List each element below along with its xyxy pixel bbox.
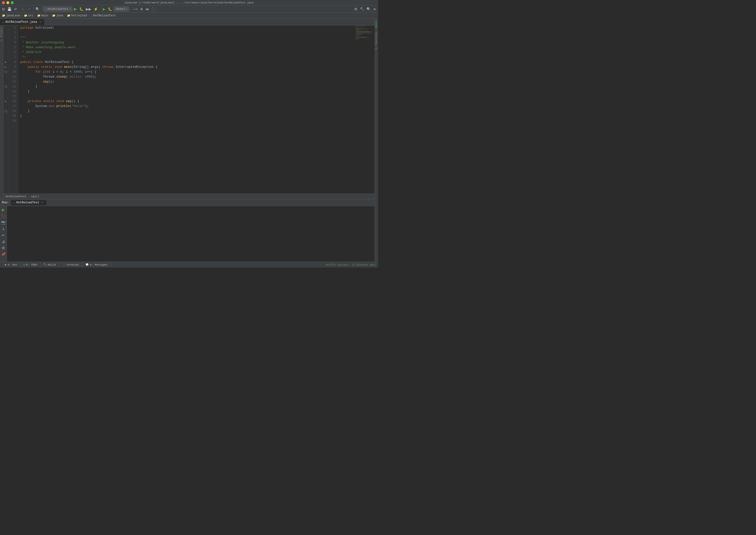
code-line-13: } [20, 84, 353, 89]
gutter-19 [3, 114, 8, 119]
bottom-tab-build[interactable]: 🔨 Build [40, 262, 59, 268]
code-editor[interactable]: package hotreload; /** * @author liuzhen… [18, 25, 355, 194]
jrebel-debug-button[interactable]: 🐛 [107, 6, 113, 12]
tab-java-icon: ☕ [2, 20, 4, 23]
run-tab-icon: ☕ [14, 201, 15, 204]
gutter-15 [3, 94, 8, 99]
run-content: ▶ ⬛ 📷 ⤓ ↵ 🖨 ⚙ 📌 [0, 206, 378, 268]
run-coverage-button[interactable]: ▶▶ [85, 6, 92, 12]
pause-button[interactable]: ⏸ [139, 6, 144, 12]
project-panel-label[interactable]: 1: Project [0, 25, 3, 43]
sync-button[interactable]: ↺ [13, 6, 18, 12]
code-line-8: public class HotReloadTest { [20, 60, 353, 65]
gutter-7 [3, 55, 8, 60]
settings-run-button[interactable]: ⚙ [1, 245, 6, 251]
status-class[interactable]: HotReloadTest [5, 195, 26, 198]
gutter-4 [3, 40, 8, 45]
tab-label: HotReloadTest.java [5, 20, 37, 24]
rerun-button[interactable]: ▶ [1, 207, 6, 212]
sep2 [33, 7, 33, 11]
use-soft-wraps-button[interactable]: ↵ [1, 233, 6, 238]
bottom-tab-todo[interactable]: ☑ 6: TODO [20, 262, 40, 268]
restore-layout-button[interactable]: 📷 [1, 220, 6, 225]
code-line-3: /** [20, 35, 353, 40]
gutter-run-9[interactable]: ▶ [3, 65, 8, 70]
build-button[interactable]: 🔨 [359, 6, 365, 12]
jrebel-dropdown[interactable]: JRebel ▾ [114, 7, 129, 12]
run-button[interactable]: ▶ [73, 6, 78, 12]
vm-options-button[interactable]: ■ [372, 6, 377, 12]
breadcrumb-java[interactable]: 📁 java [52, 14, 63, 17]
print-button[interactable]: 🖨 [1, 239, 6, 244]
gutter-run-8[interactable]: ▶ [3, 60, 8, 65]
step-over-button[interactable]: ⟶ [132, 6, 139, 12]
run-tab-close[interactable]: × [40, 201, 44, 204]
main-toolbar: ⊟ 💾 ↺ ← → 🔍 ☕ HotReloadTest ▾ ▶ 🐛 ▶▶ ⚡ ▶… [0, 5, 378, 13]
window-title: javaLean [~/Code/work/javaLean] – .../sr… [124, 1, 254, 4]
jrebel-side-label[interactable]: JRebel [375, 18, 378, 30]
breadcrumb-src[interactable]: 📁 src [24, 14, 34, 17]
favorites-side-label[interactable]: 2: Favorites [375, 30, 378, 51]
sep1 [19, 7, 19, 11]
src-icon: 📁 [24, 14, 27, 17]
run-tab-label: HotReloadTest [16, 201, 40, 204]
bottom-tab-run[interactable]: ▶ 4: Run [2, 262, 20, 268]
bottom-tab-terminal[interactable]: ⬛ Terminal [59, 262, 82, 268]
gutter-20 [3, 119, 8, 123]
breadcrumb-hotreload[interactable]: 📁 hotreload [67, 14, 87, 17]
run-panel-tabs: Run: ☕ HotReloadTest × [0, 199, 378, 206]
breadcrumb-main[interactable]: 📁 main [37, 14, 48, 17]
main-icon: 📁 [37, 14, 40, 17]
code-line-18: } [20, 109, 353, 114]
title-bar: javaLean [~/Code/work/javaLean] – .../sr… [0, 0, 378, 5]
close-button[interactable] [2, 1, 5, 4]
minimap [355, 25, 375, 194]
bottom-tab-messages[interactable]: 💬 0: Messages [82, 262, 111, 268]
code-line-9: public static void main(String[] args) t… [20, 65, 353, 70]
gutter-10 [3, 70, 8, 74]
search-everywhere-button[interactable]: 🔍 [35, 6, 40, 12]
messages-icon: 💬 [85, 263, 89, 266]
editor-body: ▶ ▶ ▶ 1 2 3 [3, 25, 375, 194]
line-numbers: 1 2 3 4 5 6 7 8 9 10 11 12 13 14 15 16 1 [8, 25, 18, 194]
settings-button[interactable]: ⚙ [353, 6, 359, 12]
step-resume-button[interactable]: ⏭ [145, 6, 150, 12]
project-button[interactable]: ⊟ [1, 6, 6, 12]
sep5 [130, 7, 130, 11]
gutter-run-16[interactable]: ▶ [3, 99, 8, 104]
tab-hotreloadtest[interactable]: ☕ HotReloadTest.java × [0, 19, 45, 25]
status-method[interactable]: say() [31, 195, 39, 198]
save-button[interactable]: 💾 [6, 6, 13, 12]
code-line-11: Thread.sleep( millis: 1000); [20, 74, 353, 79]
stop-button[interactable]: ⬛ [151, 6, 157, 12]
pin-button[interactable]: 📌 [1, 252, 6, 257]
code-line-1: package hotreload; [20, 25, 353, 30]
back-button[interactable]: ← [20, 6, 26, 12]
hotreload-icon: 📁 [67, 14, 70, 17]
run-config-dropdown[interactable]: ☕ HotReloadTest ▾ [43, 7, 72, 12]
code-line-20 [20, 119, 353, 123]
gutter-14 [3, 89, 8, 94]
run-label: Run: [2, 201, 9, 204]
find-button[interactable]: 🔍 [365, 6, 372, 12]
maximize-button[interactable] [11, 1, 14, 4]
jrebel-run-button[interactable]: ▶ [101, 6, 106, 12]
debug-button[interactable]: 🐛 [78, 6, 84, 12]
code-line-6: * 2020/4/5 [20, 50, 353, 55]
forward-button[interactable]: → [26, 6, 32, 12]
stop-run-button[interactable]: ⬛ [1, 213, 6, 219]
breadcrumb-javaLean[interactable]: 📁 javaLean [2, 14, 20, 17]
code-line-4: * @author liuzhengyang [20, 40, 353, 45]
minimize-button[interactable] [6, 1, 9, 4]
run-tab-hotreloadtest[interactable]: ☕ HotReloadTest × [11, 200, 47, 205]
project-icon: 📁 [2, 14, 5, 17]
editor-tab-bar: ☕ HotReloadTest.java × [0, 18, 378, 25]
project-panel: 1: Project [0, 25, 3, 199]
scroll-end-button[interactable]: ⤓ [1, 226, 6, 232]
editor-section: 1: Project ▶ ▶ [0, 25, 378, 199]
bottom-tabs: ▶ 4: Run ☑ 6: TODO 🔨 Build ⬛ Terminal 💬 … [2, 262, 111, 268]
breadcrumb-class[interactable]: ☕ HotReloadTest [91, 14, 116, 17]
profile-button[interactable]: ⚡ [93, 6, 99, 12]
tab-close-button[interactable]: × [39, 20, 42, 24]
code-line-15 [20, 94, 353, 99]
